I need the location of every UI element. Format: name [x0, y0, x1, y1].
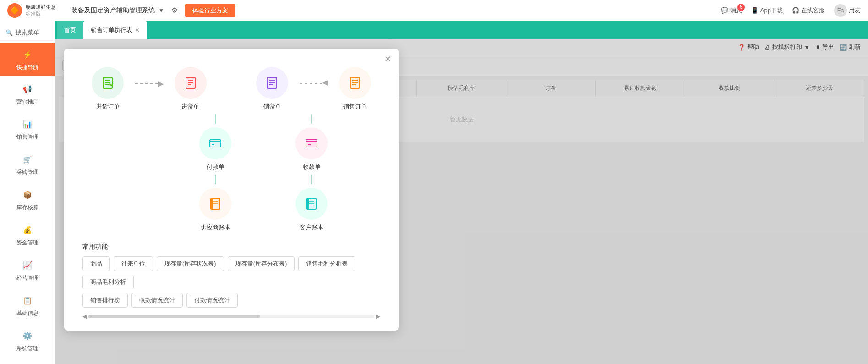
purchase-label: 采购管理 — [16, 168, 38, 176]
spacer-left — [82, 114, 142, 124]
sales-order-circle[interactable] — [339, 67, 371, 99]
supplier-ledger-label: 供应商账本 — [201, 223, 230, 232]
finance-icon: 💰 — [20, 223, 35, 237]
svg-rect-16 — [210, 140, 221, 147]
spacer2-arrow — [158, 175, 186, 184]
spacer2-mid — [245, 175, 282, 184]
message-icon: 💬 — [721, 7, 728, 14]
modal-overlay: ✕ 进货订单 — [55, 39, 868, 364]
flow-node-receipt: 收款单 — [282, 127, 341, 171]
func-btn-sales-rank[interactable]: 销售排行榜 — [82, 293, 128, 308]
scroll-right-btn[interactable]: ▶ — [376, 313, 380, 320]
sales-icon: 📊 — [20, 117, 35, 131]
spacer-arrow-1 — [158, 114, 186, 124]
svg-rect-21 — [308, 144, 311, 145]
sale-circle[interactable] — [256, 67, 288, 99]
payment-label: 付款单 — [207, 163, 224, 171]
flow-node-purchase-order: 进货订单 — [82, 67, 133, 111]
down-arrow-receipt — [282, 175, 341, 184]
purchase-label: 进货单 — [181, 103, 199, 111]
sidebar-item-finance[interactable]: 💰 资金管理 — [3, 218, 52, 251]
search-icon: 🔍 — [5, 29, 13, 36]
user-area[interactable]: Ea 用友 — [834, 4, 861, 17]
modal-close-btn[interactable]: ✕ — [384, 54, 391, 64]
sidebar-item-enterprise[interactable]: 🤝 企业协同 — [3, 359, 52, 364]
func-btn-sales-profit[interactable]: 销售毛利分析表 — [298, 256, 355, 271]
down-arrow-sale — [282, 114, 341, 124]
sidebar-item-operations[interactable]: 📈 经营管理 — [3, 253, 52, 287]
receipt-label: 收款单 — [303, 163, 321, 171]
tab-sales-order[interactable]: 销售订单执行表 ✕ — [83, 21, 147, 39]
purchase-order-circle[interactable] — [92, 67, 124, 99]
system-icon: ⚙️ — [20, 328, 35, 343]
flow-node-supplier-ledger: 供应商账本 — [186, 188, 245, 232]
purchase-circle[interactable] — [175, 67, 207, 99]
marketing-icon: 📢 — [20, 81, 35, 96]
message-badge: 6 — [737, 4, 745, 11]
flow-node-sales-order: 销售订单 — [330, 67, 381, 111]
message-btn[interactable]: 💬 消息 6 — [721, 6, 742, 15]
scroll-left-btn[interactable]: ◀ — [82, 313, 87, 320]
flow-row-arrows — [82, 114, 380, 124]
svg-rect-18 — [212, 144, 214, 145]
func-btn-contacts[interactable]: 往来单位 — [114, 256, 153, 271]
system-label: 系统管理 — [16, 345, 38, 353]
sidebar-item-marketing[interactable]: 📢 营销推广 — [3, 77, 52, 110]
tab-home[interactable]: 首页 — [57, 21, 83, 39]
app-download-label: App下载 — [760, 6, 783, 15]
common-functions: 常用功能 商品 往来单位 现存量(库存状况表) 现存量(库存分布表) 销售毛利分… — [82, 243, 380, 308]
quicknav-icon: ⚡ — [20, 47, 35, 62]
func-btn-receipt-stat[interactable]: 收款情况统计 — [131, 293, 183, 308]
settings-icon[interactable]: ⚙ — [171, 6, 178, 15]
func-buttons-row1: 商品 往来单位 现存量(库存状况表) 现存量(库存分布表) 销售毛利分析表 商品… — [82, 256, 380, 289]
basic-info-icon: 📋 — [20, 293, 35, 308]
func-btn-stock-dist[interactable]: 现存量(库存分布表) — [228, 256, 295, 271]
spacer-mid — [245, 114, 282, 124]
func-btn-goods-profit[interactable]: 商品毛利分析 — [82, 275, 134, 289]
sidebar-item-purchase[interactable]: 🛒 采购管理 — [3, 147, 52, 181]
content-area: 首页 销售订单执行表 ✕ ❓ 帮助 🖨 按模板打印 ▼ — [55, 21, 868, 364]
flow-row-arrows-2 — [82, 175, 380, 184]
customer-ledger-circle[interactable] — [295, 188, 328, 220]
quicknav-label: 快捷导航 — [16, 64, 38, 71]
sidebar-item-system[interactable]: ⚙️ 系统管理 — [3, 324, 52, 357]
customer-ledger-label: 客户账本 — [300, 223, 323, 232]
sidebar-search[interactable]: 🔍 搜索菜单 — [0, 25, 55, 41]
arrow-1: ▶ — [135, 79, 164, 88]
common-functions-title: 常用功能 — [82, 243, 380, 251]
payment-circle[interactable] — [199, 127, 231, 159]
sidebar-item-basic-info[interactable]: 📋 基础信息 — [3, 288, 52, 322]
sales-label: 销售管理 — [16, 133, 38, 141]
func-btn-stock-status[interactable]: 现存量(库存状况表) — [157, 256, 224, 271]
sidebar-item-quicknav[interactable]: ⚡ 快捷导航 — [0, 43, 55, 76]
system-dropdown-btn[interactable]: ▼ — [158, 7, 164, 14]
flow-diagram: 进货订单 ▶ 进 — [82, 63, 380, 235]
svg-rect-31 — [307, 198, 309, 209]
page-content: ❓ 帮助 🖨 按模板打印 ▼ ⬆ 导出 🔄 刷新 — [55, 39, 868, 364]
scrollbar-track[interactable] — [88, 315, 374, 318]
sidebar-item-inventory[interactable]: 📦 库存核算 — [3, 183, 52, 216]
svg-rect-19 — [306, 140, 317, 147]
func-buttons-row2: 销售排行榜 收款情况统计 付款情况统计 — [82, 293, 380, 308]
supplier-ledger-circle[interactable] — [199, 188, 231, 220]
flow-row-2: 付款单 收款单 — [82, 124, 380, 175]
tab-close-btn[interactable]: ✕ — [135, 27, 140, 33]
flow-row-1: 进货订单 ▶ 进 — [82, 63, 380, 114]
purchase-order-label: 进货订单 — [96, 103, 120, 111]
online-service-label: 在线客服 — [801, 6, 825, 15]
sidebar-item-sales[interactable]: 📊 销售管理 — [3, 112, 52, 146]
app-download-btn[interactable]: 📱 App下载 — [751, 6, 783, 15]
marketing-label: 营销推广 — [16, 98, 38, 106]
trial-btn[interactable]: 体验行业方案 — [185, 4, 235, 17]
inventory-icon: 📦 — [20, 187, 35, 202]
func-btn-payment-stat[interactable]: 付款情况统计 — [186, 293, 238, 308]
func-btn-goods[interactable]: 商品 — [82, 256, 110, 271]
receipt-circle[interactable] — [295, 127, 328, 159]
spacer2-left — [82, 175, 142, 184]
scrollbar-thumb — [88, 315, 260, 318]
online-service-btn[interactable]: 🎧 在线客服 — [792, 6, 825, 15]
sidebar: 🔍 搜索菜单 ⚡ 快捷导航 📢 营销推广 📊 销售管理 🛒 采购管理 📦 库存核… — [0, 21, 55, 364]
download-icon: 📱 — [751, 7, 759, 14]
basic-info-label: 基础信息 — [16, 310, 38, 317]
home-tab-label: 首页 — [64, 26, 76, 34]
